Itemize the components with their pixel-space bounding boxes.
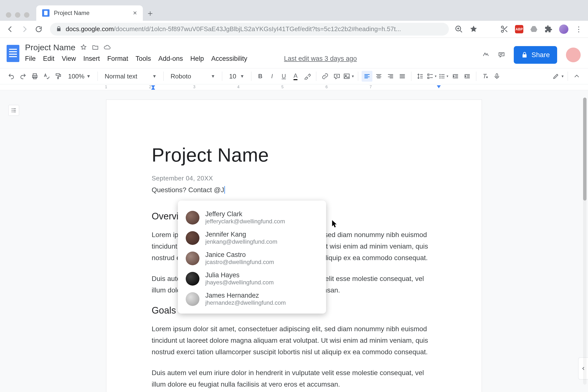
url-host: docs.google.com (66, 25, 114, 32)
font-family-dropdown[interactable]: Roboto▼ (167, 71, 219, 82)
window-zoom-dot[interactable] (24, 12, 29, 18)
back-button[interactable] (5, 24, 16, 34)
checklist-button[interactable]: ▼ (427, 71, 437, 82)
scrollbar-thumb[interactable] (583, 98, 587, 200)
doc-heading-title[interactable]: Project Name (152, 144, 436, 166)
bulleted-list-button[interactable]: ▼ (438, 71, 449, 82)
window-controls (6, 12, 29, 18)
menu-addons[interactable]: Add-ons (158, 55, 183, 62)
paint-format-button[interactable] (53, 71, 64, 82)
share-button[interactable]: Share (514, 46, 557, 64)
horizontal-ruler[interactable]: 1 2 3 4 5 6 7 (0, 84, 588, 90)
mention-item[interactable]: Janice Castro jcastro@dwellingfund.com (178, 248, 326, 268)
align-center-button[interactable] (373, 71, 384, 82)
align-right-button[interactable] (385, 71, 396, 82)
print-button[interactable] (29, 71, 40, 82)
paragraph-style-dropdown[interactable]: Normal text▼ (101, 71, 160, 82)
undo-button[interactable] (6, 71, 17, 82)
menu-file[interactable]: File (25, 55, 36, 62)
goals-paragraph-1[interactable]: Lorem ipsum dolor sit amet, consectetuer… (152, 323, 436, 358)
new-tab-button[interactable]: ＋ (143, 6, 158, 20)
mention-suggestion-popup: Jeffery Clark jefferyclark@dwellingfund.… (178, 200, 326, 314)
right-indent-marker[interactable] (437, 85, 441, 88)
menu-format[interactable]: Format (107, 55, 128, 62)
goals-paragraph-2[interactable]: Duis autem vel eum iriure dolor in hendr… (152, 367, 436, 390)
browser-toolbar: docs.google.com/document/d/1olcn-5f897wu… (0, 20, 588, 38)
increase-indent-button[interactable] (462, 71, 473, 82)
menu-tools[interactable]: Tools (135, 55, 151, 62)
menu-insert[interactable]: Insert (83, 55, 100, 62)
account-avatar[interactable] (566, 48, 581, 62)
formatting-toolbar: 100%▼ Normal text▼ Roboto▼ 10▼ B I U A ▼… (0, 68, 588, 84)
reload-button[interactable] (33, 24, 44, 34)
browser-tab-active[interactable]: Project Name × (36, 6, 143, 20)
redo-button[interactable] (18, 71, 28, 82)
show-outline-button[interactable] (8, 105, 19, 116)
svg-point-12 (440, 76, 441, 77)
tab-title: Project Name (54, 10, 129, 16)
mention-item[interactable]: James Hernandez jhernandez@dwellingfund.… (178, 289, 326, 309)
doc-contact-line[interactable]: Questions? Contact @J (152, 186, 436, 194)
svg-point-13 (440, 78, 441, 79)
align-left-button[interactable] (362, 71, 372, 82)
bold-button[interactable]: B (255, 71, 266, 82)
clear-formatting-button[interactable] (480, 71, 491, 82)
docs-home-icon[interactable] (5, 43, 21, 64)
vertical-scrollbar[interactable] (583, 98, 587, 385)
document-title[interactable]: Project Name (25, 43, 75, 52)
line-spacing-button[interactable] (415, 71, 426, 82)
star-icon[interactable] (80, 44, 87, 51)
url-path: /document/d/1olcn-5f897wuV0FSaE43JgBlbjL… (114, 25, 401, 32)
svg-rect-9 (428, 74, 429, 76)
decrease-indent-button[interactable] (450, 71, 461, 82)
open-comments-icon[interactable] (498, 51, 505, 59)
menu-edit[interactable]: Edit (43, 55, 55, 62)
close-tab-icon[interactable]: × (133, 9, 137, 17)
highlight-color-button[interactable] (302, 71, 313, 82)
align-justify-button[interactable] (397, 71, 408, 82)
mention-item[interactable]: Jennifer Kang jenkang@dwellingfund.com (178, 228, 326, 248)
spellcheck-button[interactable] (41, 71, 52, 82)
mention-name: Jeffery Clark (205, 210, 285, 218)
collapse-toolbar-button[interactable] (571, 71, 582, 82)
forward-button[interactable] (19, 24, 30, 34)
abp-extension-icon[interactable]: ABP (515, 25, 523, 33)
bookmark-star-icon[interactable] (469, 25, 478, 33)
menu-help[interactable]: Help (190, 55, 204, 62)
activity-icon[interactable] (482, 51, 489, 59)
font-size-dropdown[interactable]: 10▼ (226, 71, 248, 82)
menu-accessibility[interactable]: Accessibility (211, 55, 247, 62)
profile-avatar-icon[interactable] (559, 24, 569, 34)
window-close-dot[interactable] (6, 12, 11, 18)
zoom-icon[interactable] (455, 25, 463, 33)
editing-mode-button[interactable]: ▼ (553, 71, 564, 82)
underline-button[interactable]: U (278, 71, 289, 82)
window-minimize-dot[interactable] (15, 12, 20, 18)
italic-button[interactable]: I (267, 71, 277, 82)
scissors-icon[interactable] (500, 25, 509, 33)
mention-item[interactable]: Jeffery Clark jefferyclark@dwellingfund.… (178, 208, 326, 228)
extensions-icon[interactable] (544, 25, 553, 33)
menu-view[interactable]: View (62, 55, 76, 62)
zoom-dropdown[interactable]: 100%▼ (65, 71, 94, 82)
add-comment-button[interactable] (331, 71, 342, 82)
doc-date-line[interactable]: September 04, 20XX (152, 174, 436, 182)
document-canvas[interactable]: Project Name September 04, 20XX Question… (0, 90, 588, 392)
move-folder-icon[interactable] (92, 44, 99, 51)
insert-link-button[interactable] (320, 71, 330, 82)
text-color-button[interactable]: A (290, 71, 301, 82)
chrome-menu-icon[interactable]: ⋯ (575, 25, 583, 33)
drive-extension-icon[interactable] (530, 25, 538, 33)
left-indent-marker[interactable] (151, 87, 155, 90)
browser-right-icons: ABP ⋯ (455, 24, 583, 34)
avatar-icon (186, 252, 199, 265)
address-bar[interactable]: docs.google.com/document/d/1olcn-5f897wu… (50, 23, 449, 36)
cloud-status-icon[interactable] (103, 44, 111, 51)
mention-item[interactable]: Julia Hayes jhayes@dwellingfund.com (178, 268, 326, 289)
svg-rect-15 (441, 76, 445, 76)
last-edit-link[interactable]: Last edit was 3 days ago (284, 55, 357, 62)
avatar-icon (186, 272, 199, 286)
voice-typing-button[interactable] (492, 71, 502, 82)
ruler-tick: 4 (237, 85, 240, 89)
insert-image-button[interactable]: ▼ (343, 71, 354, 82)
